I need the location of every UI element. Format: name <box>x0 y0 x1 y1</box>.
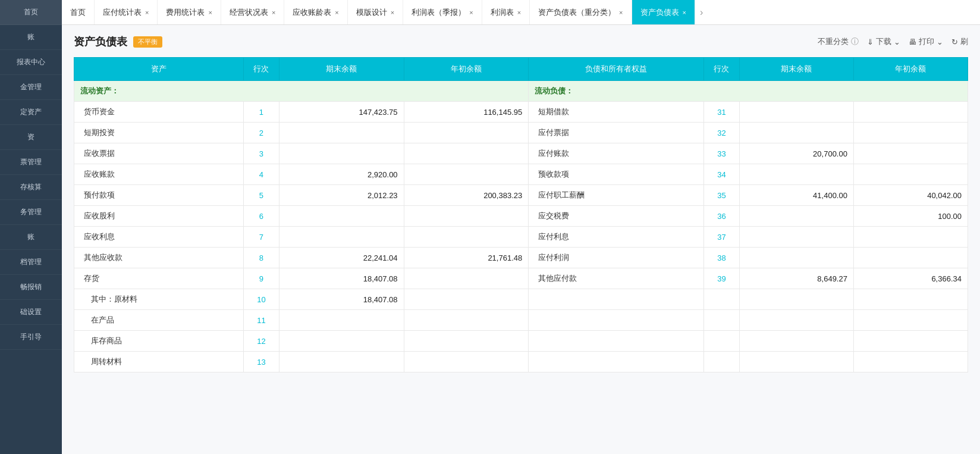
liability-year-start[interactable] <box>853 164 968 185</box>
asset-row-num: 12 <box>243 331 279 352</box>
tab-close-ops-status[interactable]: × <box>272 9 275 16</box>
help-icon[interactable]: ⓘ <box>851 36 859 47</box>
table-row: 其他应收款 8 22,241.04 21,761.48 应付利润 38 <box>74 248 968 268</box>
sidebar-item-fund-mgmt[interactable]: 金管理 <box>0 75 62 100</box>
tab-close-expense-stat[interactable]: × <box>208 9 212 16</box>
liability-row-num: 37 <box>703 227 739 248</box>
sidebar-item-fixed-assets[interactable]: 定资产 <box>0 100 62 125</box>
tab-home[interactable]: 首页 <box>62 0 95 25</box>
liability-year-start[interactable] <box>853 102 968 123</box>
header-row-num: 行次 <box>243 58 279 81</box>
asset-year-start[interactable] <box>404 268 529 289</box>
liability-row-num: 39 <box>703 268 739 289</box>
liability-period-end[interactable] <box>739 102 853 123</box>
sidebar-item-ticket-mgmt[interactable]: 票管理 <box>0 150 62 175</box>
liability-year-start[interactable]: 100.00 <box>853 206 968 227</box>
tab-expense-stat[interactable]: 费用统计表 × <box>158 0 221 25</box>
asset-year-start[interactable] <box>404 206 529 227</box>
sidebar-item-ledger[interactable]: 账 <box>0 225 62 250</box>
asset-period-end[interactable]: 147,423.75 <box>279 102 404 123</box>
tab-payable-stat[interactable]: 应付统计表 × <box>95 0 158 25</box>
liability-period-end[interactable] <box>739 123 853 143</box>
asset-year-start[interactable] <box>404 352 529 372</box>
tab-receivable-age[interactable]: 应收账龄表 × <box>284 0 347 25</box>
liability-period-end[interactable] <box>739 164 853 185</box>
tab-close-receivable-age[interactable]: × <box>335 9 338 16</box>
asset-period-end[interactable] <box>279 352 404 372</box>
asset-year-start[interactable]: 116,145.95 <box>404 102 529 123</box>
asset-period-end[interactable] <box>279 310 404 331</box>
sidebar-item-business-mgmt[interactable]: 务管理 <box>0 200 62 225</box>
sidebar-item-settings[interactable]: 础设置 <box>0 300 62 325</box>
liability-period-end[interactable] <box>739 289 853 310</box>
liability-year-start[interactable] <box>853 331 968 352</box>
sidebar-item-capital[interactable]: 资 <box>0 125 62 150</box>
download-button[interactable]: ⇓ 下载 ⌄ <box>867 36 900 47</box>
liability-year-start[interactable]: 6,366.34 <box>853 268 968 289</box>
liability-year-start[interactable] <box>853 227 968 248</box>
asset-period-end[interactable]: 18,407.08 <box>279 289 404 310</box>
refresh-button[interactable]: ↻ 刷 <box>951 36 968 47</box>
liability-year-start[interactable] <box>853 143 968 164</box>
tab-ops-status[interactable]: 经营状况表 × <box>221 0 284 25</box>
tab-template-design[interactable]: 模版设计 × <box>348 0 403 25</box>
tab-close-profit[interactable]: × <box>517 9 521 16</box>
tab-balance-sheet[interactable]: 资产负债表 × <box>632 0 695 25</box>
asset-period-end[interactable] <box>279 331 404 352</box>
asset-year-start[interactable]: 21,761.48 <box>404 248 529 268</box>
asset-year-start[interactable] <box>404 123 529 143</box>
tab-close-profit-quarterly[interactable]: × <box>469 9 473 16</box>
liability-year-start[interactable]: 40,042.00 <box>853 185 968 206</box>
asset-name: 货币资金 <box>74 102 244 123</box>
tab-close-template-design[interactable]: × <box>391 9 394 16</box>
sidebar-item-archive-mgmt[interactable]: 档管理 <box>0 250 62 275</box>
liability-year-start[interactable] <box>853 310 968 331</box>
report-table: 资产 行次 期末余额 年初余额 负债和所有者权益 行次 期末余额 年初余额 流动… <box>74 57 968 372</box>
sidebar-item-expense[interactable]: 畅报销 <box>0 275 62 300</box>
header-asset: 资产 <box>74 58 244 81</box>
liability-year-start[interactable] <box>853 248 968 268</box>
liability-period-end[interactable] <box>739 206 853 227</box>
liability-period-end[interactable] <box>739 310 853 331</box>
tab-scroll-right[interactable]: › <box>695 0 708 25</box>
liability-period-end[interactable] <box>739 248 853 268</box>
asset-row-num: 2 <box>243 123 279 143</box>
asset-year-start[interactable]: 200,383.23 <box>404 185 529 206</box>
sidebar-item-report-center[interactable]: 报表中心 <box>0 50 62 75</box>
asset-period-end[interactable] <box>279 227 404 248</box>
liability-period-end[interactable] <box>739 331 853 352</box>
tab-close-payable-stat[interactable]: × <box>145 9 149 16</box>
liability-period-end[interactable]: 20,700.00 <box>739 143 853 164</box>
tab-profit-quarterly[interactable]: 利润表（季报） × <box>403 0 482 25</box>
asset-year-start[interactable] <box>404 164 529 185</box>
classify-button[interactable]: 不重分类 ⓘ <box>818 36 859 47</box>
sidebar-item-account[interactable]: 账 <box>0 25 62 50</box>
asset-year-start[interactable] <box>404 310 529 331</box>
liability-period-end[interactable]: 8,649.27 <box>739 268 853 289</box>
tab-close-balance-reclassified[interactable]: × <box>619 9 623 16</box>
liability-period-end[interactable]: 41,400.00 <box>739 185 853 206</box>
liability-year-start[interactable] <box>853 352 968 372</box>
sidebar-item-guide[interactable]: 手引导 <box>0 325 62 350</box>
asset-period-end[interactable]: 22,241.04 <box>279 248 404 268</box>
tab-close-balance-sheet[interactable]: × <box>683 9 686 16</box>
asset-period-end[interactable]: 2,012.23 <box>279 185 404 206</box>
asset-year-start[interactable] <box>404 227 529 248</box>
asset-year-start[interactable] <box>404 331 529 352</box>
liability-period-end[interactable] <box>739 227 853 248</box>
liability-period-end[interactable] <box>739 352 853 372</box>
print-button[interactable]: 🖶 打印 ⌄ <box>909 36 943 47</box>
liability-year-start[interactable] <box>853 289 968 310</box>
asset-year-start[interactable] <box>404 143 529 164</box>
sidebar-item-home[interactable]: 首页 <box>0 0 62 25</box>
asset-period-end[interactable] <box>279 123 404 143</box>
asset-period-end[interactable]: 18,407.08 <box>279 268 404 289</box>
tab-profit[interactable]: 利润表 × <box>482 0 530 25</box>
asset-period-end[interactable] <box>279 143 404 164</box>
asset-period-end[interactable]: 2,920.00 <box>279 164 404 185</box>
liability-year-start[interactable] <box>853 123 968 143</box>
asset-period-end[interactable] <box>279 206 404 227</box>
sidebar-item-inventory[interactable]: 存核算 <box>0 175 62 200</box>
tab-balance-reclassified[interactable]: 资产负债表（重分类） × <box>530 0 632 25</box>
asset-year-start[interactable] <box>404 289 529 310</box>
